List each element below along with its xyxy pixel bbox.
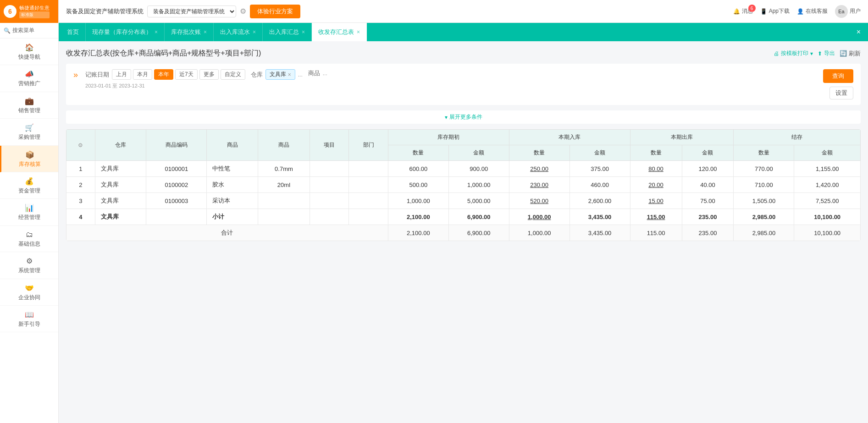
- cell-closing-qty-1: 710.00: [734, 177, 794, 193]
- filter-toggle[interactable]: »: [73, 70, 78, 80]
- cell-no-1: 2: [66, 177, 95, 193]
- user-menu[interactable]: Ea 用户: [835, 5, 861, 18]
- cell-closing-amt-1: 1,420.00: [794, 177, 861, 193]
- settings-icon[interactable]: ⚙: [240, 7, 246, 16]
- cell-name2-0: 0.7mm: [258, 161, 310, 177]
- sidebar-item-4[interactable]: 📦 库存核算: [0, 146, 58, 172]
- tab-flow[interactable]: 出入库流水 ×: [214, 23, 263, 41]
- cell-in-qty-3[interactable]: 1,000.00: [509, 209, 569, 225]
- topbar: 装备及固定资产辅助管理系统 装备及固定资产辅助管理系统 ⚙ 体验行业方案 🔔 消…: [59, 0, 868, 23]
- page-actions: 🖨 按模板打印 ▾ ⬆ 导出 🔄 刷新: [774, 49, 861, 58]
- cell-out-amt-0: 120.00: [682, 161, 734, 177]
- refresh-btn[interactable]: 🔄 刷新: [840, 49, 861, 58]
- cell-in-qty-1[interactable]: 230.00: [509, 177, 569, 193]
- date-btn-cur-year[interactable]: 本年: [154, 69, 173, 80]
- service-icon: 👤: [797, 8, 804, 15]
- th-closing-amt: 金额: [794, 145, 861, 161]
- sidebar-item-0[interactable]: 🏠 快捷导航: [0, 38, 58, 65]
- messages-btn[interactable]: 🔔 消息 6: [733, 7, 753, 15]
- tab-recv-close[interactable]: ×: [357, 29, 360, 35]
- tab-batch-close[interactable]: ×: [204, 29, 207, 35]
- th-in-group: 本期入库: [509, 130, 630, 145]
- nav-icon-10: 📖: [25, 310, 34, 319]
- tab-flow-close[interactable]: ×: [253, 29, 256, 35]
- table-row: 1 文具库 0100001 中性笔 0.7mm 600.00 900.00 25…: [66, 161, 861, 177]
- date-btn-custom[interactable]: 自定义: [221, 69, 245, 80]
- sidebar-item-8[interactable]: ⚙ 系统管理: [0, 252, 58, 279]
- tabbar-close-all[interactable]: ×: [851, 28, 866, 36]
- export-btn[interactable]: ⬆ 导出: [818, 49, 835, 57]
- cell-in-amt-0: 375.00: [569, 161, 630, 177]
- app-download-btn[interactable]: 📱 App下载: [760, 7, 790, 15]
- goods-label: 商品: [308, 69, 320, 77]
- sidebar-item-1[interactable]: 📣 营销推广: [0, 65, 58, 92]
- sidebar-item-2[interactable]: 💼 销售管理: [0, 92, 58, 119]
- system-title: 装备及固定资产辅助管理系统: [66, 7, 144, 16]
- nav-icon-8: ⚙: [26, 257, 33, 265]
- tab-flow-label: 出入库流水: [220, 28, 250, 36]
- tab-batch[interactable]: 库存批次账 ×: [165, 23, 214, 41]
- sidebar-item-5[interactable]: 💰 资金管理: [0, 172, 58, 199]
- topbar-left: 装备及固定资产辅助管理系统 装备及固定资产辅助管理系统 ⚙ 体验行业方案: [66, 5, 300, 18]
- cell-opening-amt-1: 1,000.00: [448, 177, 509, 193]
- cell-out-qty-2[interactable]: 15.00: [630, 193, 682, 209]
- cell-out-qty-1[interactable]: 20.00: [630, 177, 682, 193]
- print-icon: 🖨: [774, 50, 779, 57]
- date-btn-more[interactable]: 更多: [199, 69, 219, 80]
- print-btn[interactable]: 🖨 按模板打印 ▾: [774, 49, 813, 57]
- th-closing-qty: 数量: [734, 145, 794, 161]
- nav-label-0: 快捷导航: [18, 54, 40, 60]
- export-icon: ⬆: [818, 50, 822, 57]
- sidebar-item-10[interactable]: 📖 新手引导: [0, 306, 58, 332]
- sidebar-item-6[interactable]: 📊 经营管理: [0, 199, 58, 225]
- setting-button[interactable]: 设置: [829, 87, 853, 99]
- cell-no-0: 1: [66, 161, 95, 177]
- tab-inventory[interactable]: 现存量（库存分布表） ×: [86, 23, 165, 41]
- nav-icon-3: 🛒: [25, 123, 34, 132]
- sidebar-item-3[interactable]: 🛒 采购管理: [0, 119, 58, 145]
- sidebar-item-7[interactable]: 🗂 基础信息: [0, 226, 58, 252]
- chevron-down-icon: ▾: [445, 114, 448, 121]
- warehouse-tag-close[interactable]: ×: [288, 71, 291, 78]
- tab-summary-close[interactable]: ×: [302, 29, 305, 35]
- goods-more[interactable]: ...: [323, 70, 327, 77]
- query-button[interactable]: 查询: [823, 69, 853, 83]
- tab-recv[interactable]: 收发存汇总表 ×: [312, 23, 367, 41]
- system-select[interactable]: 装备及固定资产辅助管理系统: [147, 5, 236, 17]
- cell-warehouse-3: 文具库: [95, 209, 146, 225]
- sidebar-item-9[interactable]: 🤝 企业协同: [0, 279, 58, 306]
- nav-icon-5: 💰: [25, 177, 34, 186]
- cell-closing-qty-3: 2,985.00: [734, 209, 794, 225]
- tab-summary[interactable]: 出入库汇总 ×: [263, 23, 312, 41]
- sidebar-search[interactable]: 🔍 搜索菜单: [0, 23, 58, 38]
- th-opening-group: 库存期初: [388, 130, 509, 145]
- nav-label-1: 营销推广: [18, 80, 40, 87]
- cell-project-2: [310, 193, 348, 209]
- cell-dept-3: [349, 209, 388, 225]
- date-btn-cur-month[interactable]: 本月: [133, 69, 152, 80]
- tab-inventory-close[interactable]: ×: [155, 29, 158, 35]
- cell-code-2: 0100003: [146, 193, 207, 209]
- cell-in-qty-0[interactable]: 250.00: [509, 161, 569, 177]
- cell-out-amt-2: 75.00: [682, 193, 734, 209]
- th-name2: 商品: [258, 130, 310, 161]
- date-btn-prev-month[interactable]: 上月: [112, 69, 131, 80]
- settings-icon[interactable]: ⚙: [78, 142, 83, 148]
- tab-home[interactable]: 首页: [61, 23, 86, 41]
- cell-in-qty-2[interactable]: 520.00: [509, 193, 569, 209]
- filter-buttons: 查询 设置: [823, 69, 853, 99]
- th-settings[interactable]: ⚙: [66, 130, 95, 161]
- page-header: 收发存汇总表(按仓库+商品编码+商品+规格型号+项目+部门) 🖨 按模板打印 ▾…: [66, 49, 861, 58]
- warehouse-more[interactable]: ...: [298, 71, 303, 78]
- cell-no-3: 4: [66, 209, 95, 225]
- warehouse-tag[interactable]: 文具库 ×: [265, 69, 295, 80]
- expand-more-btn[interactable]: ▾ 展开更多条件: [66, 110, 861, 124]
- date-buttons: 上月 本月 本年 近7天 更多 自定义: [112, 69, 245, 80]
- online-service-btn[interactable]: 👤 在线客服: [797, 7, 828, 15]
- trial-button[interactable]: 体验行业方案: [250, 5, 300, 18]
- cell-out-qty-0[interactable]: 80.00: [630, 161, 682, 177]
- tab-home-label: 首页: [67, 28, 79, 36]
- cell-closing-qty-0: 770.00: [734, 161, 794, 177]
- date-btn-7days[interactable]: 近7天: [175, 69, 198, 80]
- cell-out-qty-3[interactable]: 115.00: [630, 209, 682, 225]
